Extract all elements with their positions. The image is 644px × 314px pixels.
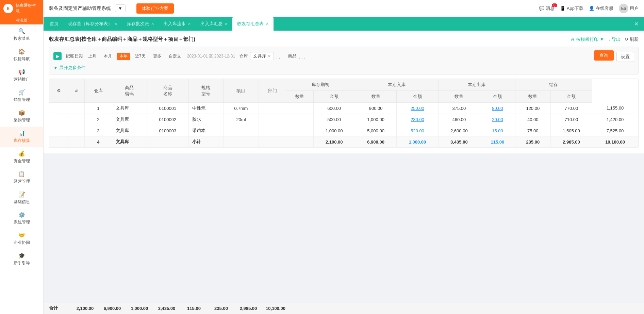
footer-out-amt: 235.00 — [208, 306, 235, 311]
sidebar-nav: 🔍 搜索菜单 🏠 快捷导航 📢 营销推广 🛒 销售管理 📦 采购管理 📊 库存核… — [0, 24, 43, 314]
refresh-btn[interactable]: ↺ 刷新 — [625, 36, 639, 43]
sidebar-item-label: 库存核算 — [14, 138, 30, 144]
date-btn-custom[interactable]: 自定义 — [166, 53, 184, 60]
tab-batch[interactable]: 库存批次账 ✕ — [122, 17, 159, 31]
date-btn-this-year[interactable]: 本年 — [117, 53, 130, 60]
sidebar-item-marketing[interactable]: 📢 营销推广 — [0, 65, 43, 86]
cell-project — [259, 136, 286, 148]
cell-in-qty[interactable]: 250.00 — [397, 103, 438, 114]
cell-dept — [286, 136, 313, 148]
cell-goods-name: 采访本 — [188, 125, 224, 136]
sidebar-item-system[interactable]: ⚙️ 系统管理 — [0, 208, 43, 229]
cell-open-amt: 1,000.00 — [355, 114, 396, 125]
goods-more[interactable]: ... — [299, 52, 307, 60]
tab-home[interactable]: 首页 — [45, 17, 63, 31]
cell-in-qty[interactable]: 520.00 — [397, 125, 438, 136]
cell-out-qty[interactable]: 115.00 — [480, 136, 515, 148]
date-btn-this-month[interactable]: 本月 — [101, 53, 115, 60]
sidebar-item-label: 搜索菜单 — [14, 36, 30, 42]
cell-goods-spec — [224, 136, 259, 148]
warehouse-tag-close[interactable]: ✕ — [268, 54, 271, 59]
tab-label: 库存批次账 — [127, 21, 149, 27]
th-in-amt: 金额 — [397, 91, 438, 103]
tab-close-icon[interactable]: ✕ — [151, 22, 154, 26]
tab-flow[interactable]: 出入库流水 ✕ — [159, 17, 196, 31]
phone-icon: 📱 — [560, 6, 565, 11]
sidebar-item-guide[interactable]: 🎓 新手引导 — [0, 249, 43, 269]
table-row: 3文具库0100003采访本1,000.005,000.00520.002,60… — [49, 125, 638, 136]
cell-in-qty[interactable]: 1,000.00 — [397, 136, 438, 148]
cell-goods-code — [147, 136, 188, 148]
sidebar-item-label: 快捷导航 — [14, 56, 30, 62]
sidebar-item-quick[interactable]: 🏠 快捷导航 — [0, 45, 43, 65]
th-close-amt: 金额 — [550, 91, 592, 103]
filter-toggle-btn[interactable]: ▶ — [53, 52, 62, 60]
sidebar-item-basic[interactable]: 📝 基础信息 — [0, 188, 43, 208]
user-menu[interactable]: Ea 用户 — [619, 4, 639, 13]
cell-checkbox — [68, 125, 85, 136]
date-btn-last-month[interactable]: 上月 — [85, 53, 99, 60]
footer-bar: 合计 2,100.00 6,900.00 1,000.00 3,435.00 1… — [44, 302, 644, 314]
cell-in-qty[interactable]: 230.00 — [397, 114, 438, 125]
export-btn[interactable]: ↓ 导出 — [608, 36, 621, 43]
date-btn-more[interactable]: 更多 — [150, 53, 164, 60]
online-service-btn[interactable]: 👤 在线客服 — [589, 5, 613, 12]
tabs-bar: 首页 现存量（库存分布表） ✕ 库存批次账 ✕ 出入库流水 ✕ 出入库汇总 ✕ … — [44, 17, 644, 31]
th-settings[interactable]: ⚙ — [49, 79, 68, 103]
footer-out-qty: 115.00 — [180, 306, 208, 311]
sidebar-item-label: 系统管理 — [14, 219, 30, 225]
sidebar-item-purchase[interactable]: 📦 采购管理 — [0, 106, 43, 127]
notification-badge: 6 — [552, 3, 557, 7]
expand-conditions-btn[interactable]: ▼ 展开更多条件 — [53, 65, 634, 71]
notification-btn[interactable]: 💬 消息 6 — [539, 5, 555, 12]
th-warehouse: 仓库 — [85, 79, 112, 103]
sidebar-item-inventory[interactable]: 📊 库存核算 — [0, 127, 43, 147]
sidebar-item-label: 销售管理 — [14, 97, 30, 103]
cell-checkbox — [68, 103, 85, 114]
query-btn[interactable]: 查询 — [594, 50, 614, 61]
cell-row-settings — [49, 103, 68, 114]
cell-out-qty[interactable]: 20.00 — [480, 114, 515, 125]
app-download-btn[interactable]: 📱 App下载 — [560, 5, 583, 12]
tab-close-icon[interactable]: ✕ — [188, 22, 191, 26]
warehouse-label: 仓库 — [239, 53, 248, 59]
sidebar-item-finance[interactable]: 💰 资金管理 — [0, 147, 43, 167]
system-title: 装备及固定资产辅助管理系统 — [49, 5, 111, 12]
setting-btn[interactable]: 设置 — [616, 52, 634, 62]
expand-icon: ▼ — [53, 65, 58, 70]
tab-summary[interactable]: 出入库汇总 ✕ — [196, 17, 232, 31]
sidebar: 6 畅库通好生意 标准版 🔍 搜索菜单 🏠 快捷导航 📢 营销推广 🛒 销售管理… — [0, 0, 44, 314]
page-header: 收发存汇总表(按仓库＋商品编码＋商品＋规格型号＋项目＋部门) 🖨 按模板打印 ▼… — [49, 36, 639, 43]
experience-btn[interactable]: 体验行业方案 — [136, 3, 174, 14]
cell-close-qty: 710.00 — [550, 114, 592, 125]
tab-close-icon[interactable]: ✕ — [114, 22, 117, 26]
tab-close-icon[interactable]: ✕ — [266, 22, 269, 26]
sidebar-item-operations[interactable]: 📋 经营管理 — [0, 167, 43, 188]
sidebar-item-sales[interactable]: 🛒 销售管理 — [0, 86, 43, 106]
tab-label: 首页 — [50, 21, 59, 27]
print-btn[interactable]: 🖨 按模板打印 ▼ — [571, 36, 604, 43]
cell-out-qty[interactable]: 15.00 — [480, 125, 515, 136]
cell-checkbox — [68, 114, 85, 125]
page: 收发存汇总表(按仓库＋商品编码＋商品＋规格型号＋项目＋部门) 🖨 按模板打印 ▼… — [44, 31, 644, 153]
cell-in-amt: 2,600.00 — [438, 125, 480, 136]
topbar-actions: 💬 消息 6 📱 App下载 👤 在线客服 Ea 用户 — [539, 4, 639, 13]
cell-goods-name: 中性笔 — [188, 103, 224, 114]
cell-in-amt: 460.00 — [438, 114, 480, 125]
warehouse-tag-text: 文具库 — [253, 53, 266, 59]
sidebar-item-search[interactable]: 🔍 搜索菜单 — [0, 24, 43, 45]
sidebar-item-enterprise[interactable]: 🤝 企业协同 — [0, 229, 43, 249]
tab-stock-dist[interactable]: 现存量（库存分布表） ✕ — [63, 17, 122, 31]
system-dropdown[interactable]: ▼ — [115, 4, 126, 12]
cell-in-amt: 3,435.00 — [438, 136, 480, 148]
cell-row-settings — [49, 114, 68, 125]
cell-out-qty[interactable]: 80.00 — [480, 103, 515, 114]
tab-close-icon[interactable]: ✕ — [225, 22, 228, 26]
warehouse-more[interactable]: ... — [276, 52, 284, 60]
cell-dept — [286, 103, 313, 114]
tab-label: 出入库流水 — [164, 21, 186, 27]
date-btn-7days[interactable]: 近7天 — [132, 53, 148, 60]
notification-icon: 💬 — [539, 6, 544, 11]
tab-recv-send[interactable]: 收发存汇总表 ✕ — [232, 17, 274, 31]
tabs-close-all[interactable]: ✕ — [630, 21, 643, 27]
